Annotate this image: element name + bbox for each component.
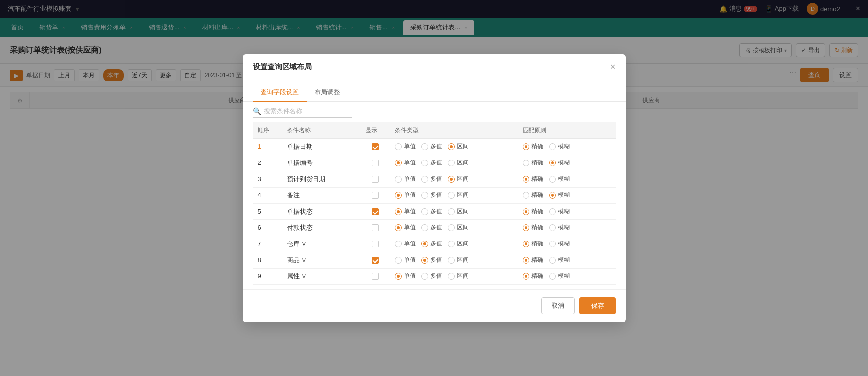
row-show-checkbox[interactable] (361, 171, 390, 187)
row-condition-name: 备注 (282, 187, 361, 203)
row-show-checkbox[interactable] (361, 284, 390, 289)
row-order: 9 (253, 268, 282, 284)
row-order: 4 (253, 187, 282, 203)
row-order: 5 (253, 203, 282, 219)
row-condition-name: 预计到货日期 (282, 171, 361, 187)
row-condition-type: 单值多值区间 (390, 171, 518, 187)
modal-overlay[interactable]: 设置查询区域布局 × 查询字段设置 布局调整 🔍 顺序 条件名称 (0, 0, 868, 376)
row-condition-type: 单值多值区间 (390, 155, 518, 171)
row-condition-type: 单值多值区间 (390, 219, 518, 236)
row-condition-name: 商品 ∨ (282, 252, 361, 268)
row-show-checkbox[interactable] (361, 268, 390, 284)
row-match-principle: 精确模糊 (518, 252, 616, 268)
col-type: 条件类型 (390, 122, 518, 139)
table-row: 5单据状态单值多值区间精确模糊 (253, 203, 616, 219)
row-order: 3 (253, 171, 282, 187)
dialog-close-button[interactable]: × (610, 62, 616, 71)
row-condition-name: 付款状态 (282, 219, 361, 236)
row-condition-type: 单值多值区间 (390, 284, 518, 289)
col-match: 匹配原则 (518, 122, 616, 139)
table-row: 2单据编号单值多值区间精确模糊 (253, 155, 616, 171)
row-show-checkbox[interactable] (361, 252, 390, 268)
row-condition-name: 仓库 ∨ (282, 236, 361, 252)
row-condition-name: 单据编号 (282, 155, 361, 171)
row-order: 7 (253, 236, 282, 252)
row-order: 1 (253, 138, 282, 155)
row-match-principle: 精确模糊 (518, 219, 616, 236)
table-row: 7仓库 ∨单值多值区间精确模糊 (253, 236, 616, 252)
row-match-principle: 精确模糊 (518, 138, 616, 155)
search-box: 🔍 (253, 107, 352, 118)
row-show-checkbox[interactable] (361, 187, 390, 203)
search-input[interactable] (264, 107, 352, 115)
col-name: 条件名称 (282, 122, 361, 139)
row-condition-type: 单值多值区间 (390, 236, 518, 252)
row-show-checkbox[interactable] (361, 236, 390, 252)
row-condition-type: 单值多值区间 (390, 252, 518, 268)
row-condition-name: 有无商品图片 (282, 284, 361, 289)
row-order: 8 (253, 252, 282, 268)
table-row: 1单据日期单值多值区间精确模糊 (253, 138, 616, 155)
dialog-header: 设置查询区域布局 × (243, 54, 626, 78)
tab-query-fields[interactable]: 查询字段设置 (253, 84, 307, 102)
dialog-search-area: 🔍 (243, 102, 626, 122)
row-match-principle: 精确模糊 (518, 268, 616, 284)
row-condition-name: 属性 ∨ (282, 268, 361, 284)
dialog-footer: 取消 保存 (243, 289, 626, 322)
row-match-principle: 精确模糊 (518, 155, 616, 171)
tab-layout-adjust[interactable]: 布局调整 (307, 84, 348, 102)
conditions-table-scroll: 顺序 条件名称 显示 条件类型 匹配原则 1单据日期单值多值区间精确模糊2单据编… (253, 122, 616, 289)
table-row: 8商品 ∨单值多值区间精确模糊 (253, 252, 616, 268)
row-match-principle: 精确模糊 (518, 187, 616, 203)
row-match-principle: 精确模糊 (518, 236, 616, 252)
save-button[interactable]: 保存 (579, 297, 616, 314)
row-show-checkbox[interactable] (361, 219, 390, 236)
table-row: 4备注单值多值区间精确模糊 (253, 187, 616, 203)
dialog-body: 顺序 条件名称 显示 条件类型 匹配原则 1单据日期单值多值区间精确模糊2单据编… (243, 122, 626, 289)
row-show-checkbox[interactable] (361, 203, 390, 219)
row-match-principle: 精确模糊 (518, 171, 616, 187)
dialog-tabs: 查询字段设置 布局调整 (243, 78, 626, 102)
settings-dialog: 设置查询区域布局 × 查询字段设置 布局调整 🔍 顺序 条件名称 (243, 54, 626, 322)
conditions-table: 顺序 条件名称 显示 条件类型 匹配原则 1单据日期单值多值区间精确模糊2单据编… (253, 122, 616, 289)
row-match-principle: 精确模糊 (518, 284, 616, 289)
row-condition-name: 单据状态 (282, 203, 361, 219)
table-row: 3预计到货日期单值多值区间精确模糊 (253, 171, 616, 187)
table-row: 9属性 ∨单值多值区间精确模糊 (253, 268, 616, 284)
table-row: 6付款状态单值多值区间精确模糊 (253, 219, 616, 236)
col-order: 顺序 (253, 122, 282, 139)
cancel-button[interactable]: 取消 (541, 297, 575, 314)
row-condition-name: 单据日期 (282, 138, 361, 155)
row-show-checkbox[interactable] (361, 155, 390, 171)
search-icon: 🔍 (253, 107, 261, 115)
table-row: 10有无商品图片单值多值区间精确模糊 (253, 284, 616, 289)
col-show: 显示 (361, 122, 390, 139)
row-order: 2 (253, 155, 282, 171)
row-match-principle: 精确模糊 (518, 203, 616, 219)
row-order: 10 (253, 284, 282, 289)
dialog-title: 设置查询区域布局 (253, 62, 312, 72)
row-condition-type: 单值多值区间 (390, 203, 518, 219)
row-order: 6 (253, 219, 282, 236)
row-show-checkbox[interactable] (361, 138, 390, 155)
row-condition-type: 单值多值区间 (390, 187, 518, 203)
row-condition-type: 单值多值区间 (390, 138, 518, 155)
row-condition-type: 单值多值区间 (390, 268, 518, 284)
